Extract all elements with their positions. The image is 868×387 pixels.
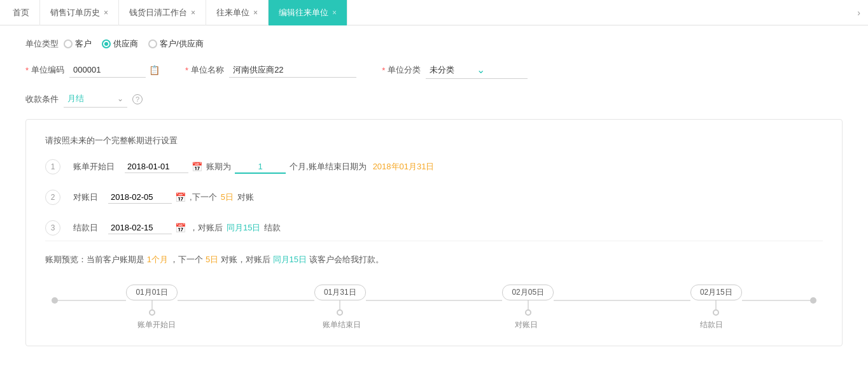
step-date-input-1[interactable] [125, 160, 188, 173]
close-sales-history[interactable]: × [104, 8, 108, 17]
tab-partner[interactable]: 往来单位 × [206, 0, 269, 25]
timeline-left-dot [52, 297, 58, 304]
payment-condition-label: 收款条件 [25, 94, 59, 105]
unit-code-input[interactable] [69, 62, 146, 78]
radio-customer-circle [64, 39, 73, 48]
step-num-3: 3 [45, 220, 60, 236]
step-1-period-suffix: 个月,账单结束日期为 [290, 161, 367, 172]
radio-customer[interactable]: 客户 [64, 38, 92, 50]
tab-bar: 首页 销售订单历史 × 钱货日清工作台 × 往来单位 × 编辑往来单位 × › [0, 0, 868, 25]
preview-2: 5日 [206, 255, 218, 264]
tab-cashier[interactable]: 钱货日清工作台 × [119, 0, 206, 25]
preview-sep2: 对账，对账后 [221, 255, 270, 264]
unit-name-input[interactable] [229, 62, 356, 78]
tab-edit-partner[interactable]: 编辑往来单位 × [269, 0, 347, 25]
preview-row: 账期预览：当前客户账期是 1个月 ，下一个 5日 对账，对账后 同月15日 该客… [45, 251, 823, 265]
step-row-1: 1 账单开始日 📅 账期为 个月,账单结束日期为 2018年01月31日 [45, 159, 823, 174]
unit-type-row: 单位类型 客户 供应商 客户/供应商 [25, 38, 843, 50]
tab-sales-history[interactable]: 销售订单历史 × [40, 0, 119, 25]
timeline: 01月01日 01月31日 02月05日 [45, 285, 823, 330]
step-2-desc-suffix: 对账 [237, 192, 254, 203]
timeline-node-4: 02月15日 [690, 285, 742, 316]
unit-class-dropdown[interactable]: 未分类 ⌄ [426, 61, 528, 79]
unit-code-group: * 单位编码 📋 [25, 62, 160, 78]
fields-row: * 单位编码 📋 * 单位名称 * 单位分类 未分类 ⌄ [25, 61, 843, 79]
unit-code-copy-icon[interactable]: 📋 [148, 64, 160, 76]
preview-1: 1个月 [147, 255, 168, 264]
radio-both[interactable]: 客户/供应商 [148, 38, 204, 50]
unit-code-star: * [25, 66, 29, 75]
step-2-cal-icon[interactable]: 📅 [174, 192, 186, 203]
step-row-2: 2 对账日 📅 ,下一个 5日 对账 [45, 190, 823, 205]
step-1-period-input[interactable] [235, 160, 286, 174]
timeline-caption-1: 账单开始日 [137, 320, 176, 330]
step-3-cal-icon[interactable]: 📅 [174, 222, 186, 234]
step-num-2: 2 [45, 190, 60, 205]
payment-condition-value: 月结 [67, 93, 115, 104]
close-cashier[interactable]: × [191, 8, 195, 17]
payment-condition-row: 收款条件 月结 ⌄ ? [25, 90, 843, 108]
preview-label: 账期预览：当前客户账期是 [45, 255, 144, 264]
tab-home[interactable]: 首页 [0, 0, 40, 25]
main-content: 单位类型 客户 供应商 客户/供应商 * 单位编码 📋 * [0, 25, 868, 387]
step-1-period-prefix: 账期为 [206, 161, 231, 172]
timeline-label-1: 01月01日 [126, 285, 178, 300]
step-1-period-end: 2018年01月31日 [373, 161, 435, 172]
timeline-node-2: 01月31日 [314, 285, 366, 316]
step-label-2: 对账日 [73, 192, 98, 203]
card-title: 请按照未来的一个完整帐期进行设置 [45, 135, 823, 146]
step-2-desc-prefix: ,下一个 [190, 192, 217, 203]
step-num-1: 1 [45, 159, 60, 174]
step-label-1: 账单开始日 [73, 161, 115, 172]
radio-supplier[interactable]: 供应商 [102, 38, 138, 50]
radio-supplier-circle [102, 39, 111, 48]
payment-condition-arrow-icon: ⌄ [117, 94, 123, 103]
unit-name-group: * 单位名称 [185, 62, 356, 78]
step-row-3: 3 结款日 📅 ，对账后 同月15日 结款 [45, 220, 823, 236]
timeline-line-1 [58, 300, 126, 301]
preview-end: 该客户会给我打款。 [309, 255, 384, 264]
tab-scroll-right[interactable]: › [850, 8, 868, 18]
timeline-label-3: 02月05日 [502, 285, 554, 300]
unit-class-star: * [382, 66, 385, 75]
preview-sep1: ，下一个 [170, 255, 203, 264]
unit-name-star: * [185, 66, 188, 75]
timeline-caption-2: 账单结束日 [323, 320, 361, 330]
timeline-caption-3: 对账日 [515, 320, 538, 330]
unit-type-label: 单位类型 [25, 38, 59, 50]
unit-class-label: 单位分类 [388, 64, 421, 76]
step-3-highlight: 同月15日 [227, 222, 260, 234]
unit-class-arrow-icon: ⌄ [477, 64, 524, 76]
preview-3: 同月15日 [273, 255, 307, 264]
unit-name-label: 单位名称 [191, 64, 224, 76]
step-date-input-2[interactable] [108, 191, 172, 204]
payment-condition-dropdown[interactable]: 月结 ⌄ [64, 90, 127, 108]
radio-group: 客户 供应商 客户/供应商 [64, 38, 204, 50]
radio-both-circle [148, 39, 157, 48]
step-date-input-3[interactable] [108, 222, 172, 234]
step-3-desc-prefix: ，对账后 [190, 222, 223, 234]
close-edit-partner[interactable]: × [332, 8, 337, 17]
unit-code-label: 单位编码 [31, 64, 64, 76]
timeline-node-1: 01月01日 [126, 285, 178, 316]
timeline-caption-4: 结款日 [700, 320, 723, 330]
close-partner[interactable]: × [253, 8, 258, 17]
timeline-right-dot [810, 297, 816, 304]
step-1-cal-icon[interactable]: 📅 [191, 161, 202, 172]
settings-card: 请按照未来的一个完整帐期进行设置 1 账单开始日 📅 账期为 个月,账单结束日期… [25, 119, 843, 346]
timeline-label-4: 02月15日 [690, 285, 742, 300]
step-2-highlight: 5日 [221, 192, 234, 203]
step-label-3: 结款日 [73, 222, 98, 234]
unit-class-group: * 单位分类 未分类 ⌄ [382, 61, 528, 79]
help-icon[interactable]: ? [132, 94, 143, 104]
step-3-desc-suffix: 结款 [264, 222, 281, 234]
timeline-label-2: 01月31日 [314, 285, 366, 300]
timeline-node-3: 02月05日 [502, 285, 554, 316]
